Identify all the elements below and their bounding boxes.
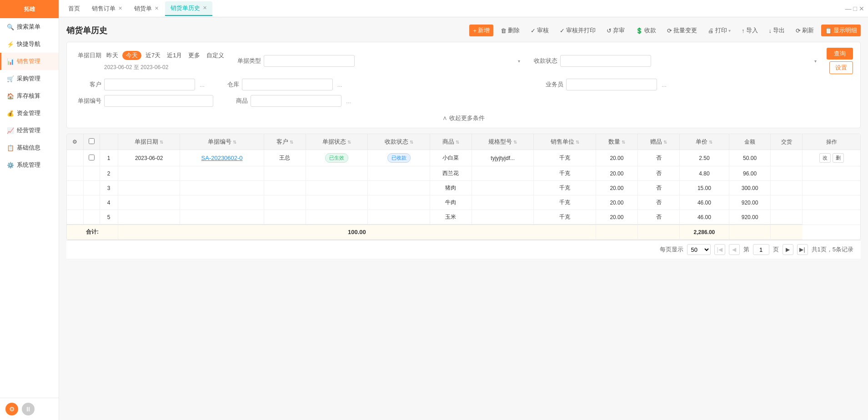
sidebar-item-quick-nav[interactable]: ⚡ 快捷导航 — [0, 35, 59, 53]
th-customer[interactable]: 客户⇅ — [264, 134, 306, 150]
td-doc-no[interactable] — [180, 210, 264, 225]
td-operation[interactable] — [803, 210, 860, 225]
td-gift: 否 — [637, 166, 679, 181]
sidebar-item-inventory[interactable]: 🏠 库存核算 — [0, 87, 59, 105]
shortcut-custom[interactable]: 自定义 — [204, 51, 226, 60]
doc-no-link[interactable]: SA-20230602-0 — [201, 155, 243, 161]
td-checkbox[interactable] — [83, 166, 100, 181]
td-operation[interactable] — [803, 195, 860, 210]
collect-button[interactable]: 💲 收款 — [632, 25, 660, 36]
th-quantity[interactable]: 数量⇅ — [596, 134, 637, 150]
review-print-button[interactable]: ✓ 审核并打印 — [556, 25, 599, 36]
salesperson-input[interactable] — [566, 79, 657, 90]
page-number-input[interactable] — [753, 244, 769, 255]
shortcut-today[interactable]: 今天 — [122, 51, 141, 60]
tab-sales-history[interactable]: 销货单历史 ✕ — [165, 1, 212, 16]
td-checkbox[interactable] — [83, 181, 100, 195]
td-checkbox[interactable] — [83, 210, 100, 225]
query-button[interactable]: 查询 — [827, 48, 853, 60]
th-unit-price[interactable]: 单价⇅ — [680, 134, 729, 150]
td-operation[interactable] — [803, 181, 860, 195]
tab-minimize-icon[interactable]: — — [845, 5, 852, 12]
th-doc-status[interactable]: 单据状态⇅ — [306, 134, 367, 150]
td-doc-no[interactable] — [180, 166, 264, 181]
sidebar-pause-button[interactable]: ⏸ — [22, 403, 35, 415]
abandon-button[interactable]: ↺ 弃审 — [603, 25, 628, 36]
print-button[interactable]: 🖨 打印 ▾ — [704, 25, 734, 36]
shortcut-1month[interactable]: 近1月 — [165, 51, 184, 60]
sidebar-item-purchase[interactable]: 🛒 采购管理 — [0, 70, 59, 87]
next-page-button[interactable]: ▶ — [783, 244, 793, 255]
goods-dots[interactable]: ... — [346, 98, 351, 105]
td-checkbox[interactable] — [83, 150, 100, 166]
sidebar-gear-button[interactable]: ⚙ — [5, 403, 18, 415]
th-spec[interactable]: 规格型号⇅ — [472, 134, 533, 150]
tab-close-sales-history[interactable]: ✕ — [203, 5, 207, 11]
warehouse-input[interactable] — [242, 79, 333, 90]
sidebar-item-sales[interactable]: 📊 销售管理 — [0, 53, 59, 70]
td-doc-status — [306, 166, 367, 181]
sort-goods-icon: ⇅ — [456, 140, 459, 145]
tab-close-sales-order[interactable]: ✕ — [118, 5, 122, 11]
td-operation[interactable]: 改删 — [803, 150, 860, 166]
doc-no-input[interactable] — [104, 95, 213, 107]
refresh-button[interactable]: ⟳ 刷新 — [792, 25, 818, 36]
del-op-btn[interactable]: 删 — [833, 153, 844, 163]
filter-expand[interactable]: ∧ 收起更多条件 — [74, 111, 853, 122]
shortcut-more[interactable]: 更多 — [186, 51, 202, 60]
tab-home[interactable]: 首页 — [63, 1, 85, 16]
td-operation[interactable] — [803, 166, 860, 181]
toolbar: + 新增 🗑 删除 ✓ 审核 ✓ 审核并打印 ↺ 弃审 — [469, 25, 861, 36]
collect-status-select[interactable] — [560, 55, 651, 67]
tab-close-window-icon[interactable]: ✕ — [859, 5, 864, 12]
td-doc-no[interactable]: SA-20230602-0 — [180, 150, 264, 166]
th-checkbox[interactable] — [83, 134, 100, 150]
import-button[interactable]: ↑ 导入 — [738, 25, 762, 36]
th-sales-unit[interactable]: 销售单位⇅ — [534, 134, 596, 150]
td-checkbox[interactable] — [83, 195, 100, 210]
sidebar-item-basic-info[interactable]: 📋 基础信息 — [0, 139, 59, 156]
tab-close-sales-goods[interactable]: ✕ — [155, 5, 159, 11]
shortcut-yesterday[interactable]: 昨天 — [104, 51, 120, 60]
sort-doc-date-icon: ⇅ — [160, 140, 163, 145]
sidebar-item-label: 系统管理 — [17, 161, 40, 169]
add-button[interactable]: + 新增 — [469, 25, 493, 36]
sidebar-item-operations[interactable]: 📈 经营管理 — [0, 122, 59, 139]
first-page-button[interactable]: |◀ — [714, 244, 725, 255]
sidebar-item-system[interactable]: ⚙️ 系统管理 — [0, 156, 59, 174]
th-doc-date[interactable]: 单据日期⇅ — [118, 134, 180, 150]
sidebar-item-search-menu[interactable]: 🔍 搜索菜单 — [0, 18, 59, 35]
per-page-select[interactable]: 50 100 — [687, 244, 711, 255]
row-checkbox[interactable] — [89, 155, 95, 160]
warehouse-dots[interactable]: ... — [337, 81, 342, 88]
td-doc-status — [306, 195, 367, 210]
doc-type-select[interactable] — [264, 55, 355, 67]
setting-button[interactable]: 设置 — [829, 61, 853, 74]
th-gift[interactable]: 赠品⇅ — [637, 134, 679, 150]
tab-sales-goods[interactable]: 销货单 ✕ — [129, 1, 164, 16]
prev-page-button[interactable]: ◀ — [729, 244, 740, 255]
td-doc-no[interactable] — [180, 181, 264, 195]
th-settings[interactable]: ⚙ — [67, 134, 83, 150]
shortcut-7days[interactable]: 近7天 — [143, 51, 163, 60]
th-doc-no[interactable]: 单据编号⇅ — [180, 134, 264, 150]
delete-button[interactable]: 🗑 删除 — [497, 25, 523, 36]
edit-op-btn[interactable]: 改 — [819, 153, 831, 163]
goods-input[interactable] — [251, 95, 341, 107]
customer-input[interactable] — [104, 79, 195, 90]
collect-icon: 💲 — [636, 27, 643, 34]
salesperson-dots[interactable]: ... — [662, 81, 667, 88]
last-page-button[interactable]: ▶| — [797, 244, 808, 255]
export-button[interactable]: ↓ 导出 — [765, 25, 789, 36]
select-all-checkbox[interactable] — [89, 138, 95, 144]
customer-dots[interactable]: ... — [200, 81, 205, 88]
batch-change-button[interactable]: ⟳ 批量变更 — [663, 25, 701, 36]
th-goods[interactable]: 商品⇅ — [430, 134, 472, 150]
th-collect-status[interactable]: 收款状态⇅ — [368, 134, 430, 150]
td-doc-no[interactable] — [180, 195, 264, 210]
tab-sales-order[interactable]: 销售订单 ✕ — [86, 1, 128, 16]
review-button[interactable]: ✓ 审核 — [527, 25, 552, 36]
show-detail-button[interactable]: 📋 显示明细 — [821, 25, 861, 36]
sidebar-item-finance[interactable]: 💰 资金管理 — [0, 105, 59, 122]
tab-maximize-icon[interactable]: □ — [853, 5, 857, 12]
